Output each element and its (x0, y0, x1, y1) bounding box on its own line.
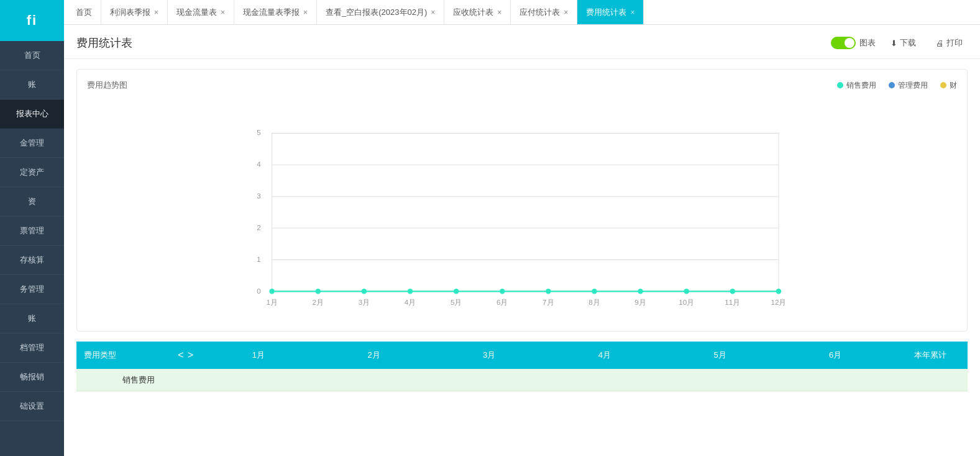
th-month-5: 5月 (662, 350, 778, 361)
th-month-4: 4月 (547, 350, 662, 361)
app-logo: fi (0, 0, 64, 41)
header-actions: 图表 ⬇ 下载 🖨 打印 (831, 35, 968, 51)
svg-text:1: 1 (257, 255, 260, 263)
th-month-1: 1月 (201, 350, 316, 361)
sidebar-item-ledger[interactable]: 账 (0, 304, 64, 333)
chart-dot (454, 289, 459, 294)
print-button[interactable]: 🖨 打印 (931, 35, 968, 51)
svg-text:4: 4 (257, 160, 261, 168)
chart-dot (546, 289, 551, 294)
legend-admin-expense: 管理费用 (889, 80, 928, 91)
svg-text:7月: 7月 (543, 298, 554, 306)
svg-text:9月: 9月 (634, 298, 646, 306)
svg-text:12月: 12月 (771, 298, 786, 306)
download-button[interactable]: ⬇ 下载 (886, 35, 921, 51)
print-icon: 🖨 (936, 39, 944, 48)
page-header: 费用统计表 图表 ⬇ 下载 🖨 打印 (64, 25, 980, 59)
download-icon: ⬇ (891, 39, 897, 48)
table-next-btn[interactable]: > (188, 350, 193, 360)
line-chart-svg: 0 1 2 3 4 5 (87, 97, 957, 321)
sidebar-item-file-mgmt[interactable]: 档管理 (0, 333, 64, 363)
table-prev-btn[interactable]: < (178, 350, 183, 360)
sidebar-item-inventory[interactable]: 存核算 (0, 246, 64, 275)
table-section: 费用类型 < > 1月 2月 3月 4月 5月 6月 本年累计 销售费用 (76, 342, 968, 391)
close-cashflow-quarterly[interactable]: × (303, 8, 308, 17)
svg-text:3月: 3月 (359, 298, 370, 306)
chart-container: 0 1 2 3 4 5 (87, 97, 957, 321)
tab-home[interactable]: 首页 (67, 0, 101, 24)
table-header-row: 费用类型 < > 1月 2月 3月 4月 5月 6月 本年累计 (76, 342, 968, 369)
td-type-0: 销售费用 (76, 375, 201, 386)
svg-text:8月: 8月 (588, 298, 600, 306)
svg-text:0: 0 (257, 287, 261, 295)
th-month-2: 2月 (316, 350, 432, 361)
chart-dot (316, 289, 321, 294)
legend-dot-sales (837, 82, 843, 88)
tab-cashflow[interactable]: 现金流量表 × (168, 0, 234, 24)
chart-section: 费用趋势图 销售费用 管理费用 财 (76, 69, 968, 332)
th-type: 费用类型 < > (76, 350, 201, 361)
sidebar-item-service-mgmt[interactable]: 务管理 (0, 275, 64, 304)
legend-dot-finance (940, 82, 946, 88)
chart-toggle-label: 图表 (859, 37, 876, 49)
close-profit-report[interactable]: × (154, 8, 158, 17)
sidebar-item-fund-mgmt[interactable]: 金管理 (0, 129, 64, 158)
table-row: 销售费用 (76, 369, 968, 391)
sidebar-item-home[interactable]: 首页 (0, 41, 64, 70)
svg-text:10月: 10月 (679, 298, 694, 306)
chart-dot (269, 289, 274, 294)
svg-text:5: 5 (257, 128, 260, 136)
tab-expense[interactable]: 费用统计表 × (577, 0, 644, 24)
svg-text:5月: 5月 (451, 298, 462, 306)
sidebar: fi 首页 账 报表中心 金管理 定资产 资 票管理 存核算 务管理 账 档管理… (0, 0, 64, 456)
close-blank-report[interactable]: × (431, 8, 435, 17)
legend-dot-admin (889, 82, 895, 88)
svg-text:11月: 11月 (725, 298, 740, 306)
th-month-6: 6月 (777, 350, 893, 361)
close-payable[interactable]: × (564, 8, 568, 17)
svg-text:3: 3 (257, 192, 260, 200)
chart-dot (500, 289, 505, 294)
chart-dot (592, 289, 597, 294)
content-area: 费用统计表 图表 ⬇ 下载 🖨 打印 (64, 25, 980, 456)
chart-dot (638, 289, 643, 294)
tab-cashflow-quarterly[interactable]: 现金流量表季报 × (234, 0, 317, 24)
close-receivable[interactable]: × (497, 8, 501, 17)
sidebar-item-fixed-assets[interactable]: 定资产 (0, 158, 64, 187)
sidebar-item-settings[interactable]: 础设置 (0, 392, 64, 421)
tab-receivable[interactable]: 应收统计表 × (444, 0, 511, 24)
sidebar-item-sales[interactable]: 畅报销 (0, 363, 64, 392)
legend-finance-expense: 财 (940, 80, 957, 91)
chart-dot (730, 289, 735, 294)
svg-text:2月: 2月 (313, 298, 324, 306)
sidebar-item-investment[interactable]: 资 (0, 187, 64, 216)
chart-toggle-wrapper: 图表 (831, 37, 876, 49)
chart-toggle[interactable] (831, 37, 856, 49)
svg-text:4月: 4月 (405, 298, 416, 306)
tab-blank-report[interactable]: 查看_空白报表(2023年02月) × (317, 0, 444, 24)
chart-dot (684, 289, 689, 294)
th-month-3: 3月 (431, 350, 547, 361)
tab-bar: 首页 利润表季报 × 现金流量表 × 现金流量表季报 × 查看_空白报表(202… (64, 0, 980, 25)
svg-text:1月: 1月 (266, 298, 277, 306)
tab-profit-report[interactable]: 利润表季报 × (101, 0, 168, 24)
sidebar-item-report-center[interactable]: 报表中心 (0, 100, 64, 129)
sidebar-item-ticket-mgmt[interactable]: 票管理 (0, 216, 64, 246)
svg-text:6月: 6月 (497, 298, 508, 306)
sidebar-item-account[interactable]: 账 (0, 70, 64, 100)
chart-legend: 销售费用 管理费用 财 (837, 80, 957, 91)
close-cashflow[interactable]: × (221, 8, 225, 17)
chart-title: 费用趋势图 (87, 80, 127, 91)
close-expense[interactable]: × (630, 8, 634, 17)
main-area: 首页 利润表季报 × 现金流量表 × 现金流量表季报 × 查看_空白报表(202… (64, 0, 980, 456)
svg-rect-12 (272, 133, 779, 291)
chart-dot (776, 289, 781, 294)
page-title: 费用统计表 (76, 35, 132, 50)
legend-sales-expense: 销售费用 (837, 80, 876, 91)
tab-payable[interactable]: 应付统计表 × (511, 0, 577, 24)
svg-text:2: 2 (257, 223, 260, 231)
chart-dot (362, 289, 367, 294)
chart-dot (408, 289, 413, 294)
content-inner: 费用统计表 图表 ⬇ 下载 🖨 打印 (64, 25, 980, 456)
th-total: 本年累计 (893, 350, 968, 361)
